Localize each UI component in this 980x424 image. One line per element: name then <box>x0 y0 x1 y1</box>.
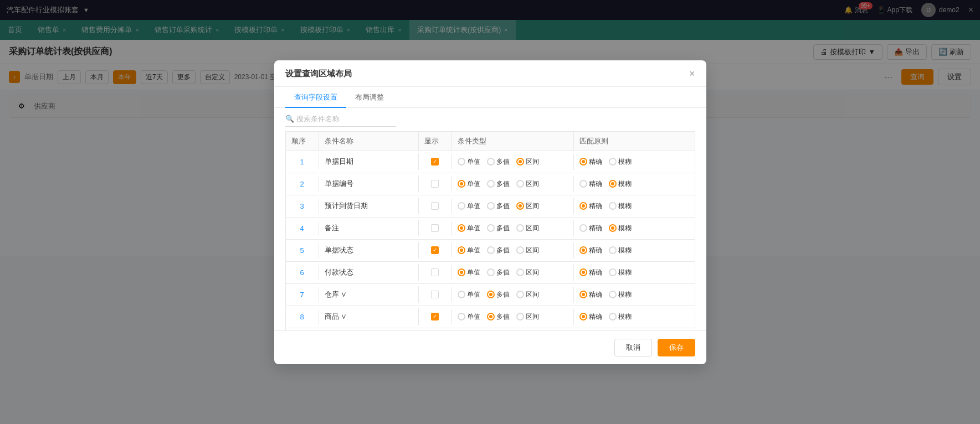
row-show-checkbox[interactable] <box>431 202 439 210</box>
type-multi[interactable]: 多值 <box>487 246 510 255</box>
row-order-num: 1 <box>300 158 304 166</box>
row-show-checkbox[interactable] <box>431 246 439 254</box>
match-exact[interactable]: 精确 <box>579 224 602 233</box>
type-multi-radio[interactable] <box>487 246 495 254</box>
search-icon: 🔍 <box>285 115 294 123</box>
col-type: 条件类型 <box>452 132 574 151</box>
row-match: 精确 模糊 <box>574 176 685 192</box>
match-exact-radio[interactable] <box>579 202 587 210</box>
row-show-checkbox[interactable] <box>431 158 439 166</box>
row-show[interactable] <box>419 243 452 256</box>
type-multi[interactable]: 多值 <box>487 224 510 233</box>
type-single-radio[interactable] <box>458 158 465 166</box>
type-multi[interactable]: 多值 <box>487 179 510 189</box>
match-exact[interactable]: 精确 <box>579 246 602 255</box>
type-range[interactable]: 区间 <box>516 246 539 255</box>
match-exact-radio[interactable] <box>579 224 587 232</box>
dialog-tab-layout-label: 布局调整 <box>355 93 384 101</box>
search-input[interactable] <box>296 115 385 123</box>
row-show[interactable] <box>419 221 452 235</box>
row-name: 单据编号 <box>319 175 419 192</box>
type-single-radio[interactable] <box>458 180 465 188</box>
type-range-radio[interactable] <box>516 158 524 166</box>
match-rule-group: 精确 模糊 <box>579 157 632 167</box>
row-show[interactable] <box>419 199 452 213</box>
row-name: 预计到货日期 <box>319 198 419 214</box>
match-fuzzy[interactable]: 模糊 <box>609 201 632 211</box>
match-exact[interactable]: 精确 <box>579 179 602 189</box>
dialog-close-btn[interactable]: × <box>689 68 695 80</box>
type-single[interactable]: 单值 <box>458 201 480 211</box>
dialog-table: 顺序 条件名称 显示 条件类型 匹配原则 1单据日期 单值 多值 <box>274 131 706 257</box>
type-multi-radio[interactable] <box>487 224 495 232</box>
table-row: 2单据编号 单值 多值 区间 精确 <box>286 173 695 195</box>
row-show[interactable] <box>419 177 452 191</box>
match-fuzzy-radio[interactable] <box>609 158 617 166</box>
type-multi[interactable]: 多值 <box>487 201 510 211</box>
type-range[interactable]: 区间 <box>516 179 539 189</box>
row-type: 单值 多值 区间 <box>452 176 574 192</box>
type-single-radio[interactable] <box>458 224 465 232</box>
row-order-num: 5 <box>300 246 304 255</box>
type-single[interactable]: 单值 <box>458 157 480 167</box>
dialog-tab-layout[interactable]: 布局调整 <box>346 87 393 108</box>
type-single[interactable]: 单值 <box>458 246 480 255</box>
row-type: 单值 多值 区间 <box>452 220 574 236</box>
dialog: 设置查询区域布局 × 查询字段设置 布局调整 🔍 顺序 条件名称 显示 <box>274 60 706 257</box>
type-multi-radio[interactable] <box>487 180 495 188</box>
row-order-num: 2 <box>300 180 304 188</box>
dialog-search-inner: 🔍 <box>285 115 396 127</box>
match-exact[interactable]: 精确 <box>579 157 602 167</box>
row-name: 单据日期 <box>319 153 419 170</box>
condition-type-group: 单值 多值 区间 <box>458 224 539 233</box>
dialog-tab-query-label: 查询字段设置 <box>294 93 337 101</box>
condition-type-group: 单值 多值 区间 <box>458 201 539 211</box>
match-rule-group: 精确 模糊 <box>579 179 632 189</box>
row-order: 1 <box>286 154 319 169</box>
match-fuzzy[interactable]: 模糊 <box>609 157 632 167</box>
dialog-title: 设置查询区域布局 <box>285 69 352 79</box>
match-rule-group: 精确 模糊 <box>579 246 632 255</box>
type-range-radio[interactable] <box>516 246 524 254</box>
table-row: 5单据状态 单值 多值 区间 精确 <box>286 240 695 257</box>
match-fuzzy[interactable]: 模糊 <box>609 224 632 233</box>
type-range-radio[interactable] <box>516 180 524 188</box>
dialog-table-body: 1单据日期 单值 多值 区间 精确 <box>285 151 695 257</box>
type-range[interactable]: 区间 <box>516 157 539 167</box>
dialog-tab-query-fields[interactable]: 查询字段设置 <box>285 87 346 108</box>
match-fuzzy[interactable]: 模糊 <box>609 179 632 189</box>
type-single-radio[interactable] <box>458 246 465 254</box>
row-order: 3 <box>286 199 319 214</box>
type-range[interactable]: 区间 <box>516 224 539 233</box>
condition-type-group: 单值 多值 区间 <box>458 157 539 167</box>
match-fuzzy-radio[interactable] <box>609 224 617 232</box>
match-fuzzy[interactable]: 模糊 <box>609 246 632 255</box>
match-fuzzy-radio[interactable] <box>609 246 617 254</box>
row-order-num: 4 <box>300 224 304 232</box>
row-match: 精确 模糊 <box>574 220 685 236</box>
type-multi-radio[interactable] <box>487 158 495 166</box>
type-multi[interactable]: 多值 <box>487 157 510 167</box>
match-fuzzy-radio[interactable] <box>609 202 617 210</box>
condition-type-group: 单值 多值 区间 <box>458 246 539 255</box>
row-name: 单据状态 <box>319 242 419 256</box>
type-range-radio[interactable] <box>516 202 524 210</box>
row-order-num: 3 <box>300 202 304 210</box>
match-exact-radio[interactable] <box>579 158 587 166</box>
row-show-checkbox[interactable] <box>431 224 439 232</box>
modal-overlay: 设置查询区域布局 × 查询字段设置 布局调整 🔍 顺序 条件名称 显示 <box>0 0 980 256</box>
type-single[interactable]: 单值 <box>458 224 480 233</box>
type-single-radio[interactable] <box>458 202 465 210</box>
type-single[interactable]: 单值 <box>458 179 480 189</box>
dialog-tab-bar: 查询字段设置 布局调整 <box>274 87 706 108</box>
row-order: 2 <box>286 177 319 192</box>
row-show-checkbox[interactable] <box>431 180 439 188</box>
type-range-radio[interactable] <box>516 224 524 232</box>
type-range[interactable]: 区间 <box>516 201 539 211</box>
match-exact[interactable]: 精确 <box>579 201 602 211</box>
match-exact-radio[interactable] <box>579 180 587 188</box>
match-exact-radio[interactable] <box>579 246 587 254</box>
row-show[interactable] <box>419 154 452 169</box>
type-multi-radio[interactable] <box>487 202 495 210</box>
match-fuzzy-radio[interactable] <box>609 180 617 188</box>
